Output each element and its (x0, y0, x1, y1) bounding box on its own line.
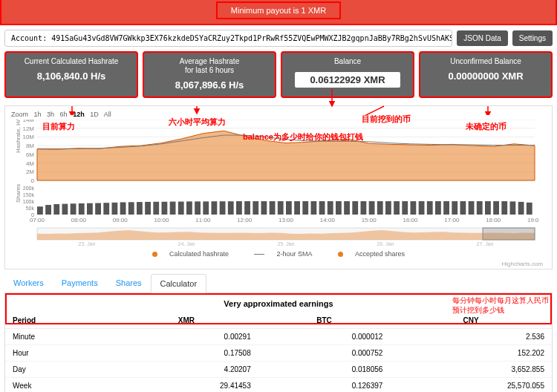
svg-text:50k: 50k (26, 206, 35, 211)
svg-text:12M: 12M (22, 125, 34, 132)
svg-rect-74 (469, 201, 475, 215)
zoom-3h[interactable]: 3h (47, 111, 54, 118)
svg-rect-40 (186, 201, 192, 215)
stat-unconfirmed: Unconfirmed Balance 0.00000000 XMR (419, 51, 553, 98)
hashrate-chart[interactable]: 02M4M6M8M10M12M14MHashrate, H/s050k100k1… (11, 120, 538, 246)
svg-rect-71 (443, 201, 449, 215)
svg-rect-30 (103, 203, 109, 215)
svg-rect-97 (483, 228, 535, 240)
svg-text:0: 0 (31, 177, 35, 184)
svg-text:27. Jan: 27. Jan (477, 241, 494, 246)
stats-row: Current Calculated Hashrate 8,106,840.0 … (0, 51, 557, 102)
svg-rect-28 (87, 203, 93, 215)
earnings-panel: 每分钟每小时每月这算人民币预计挖到多少钱 Very approximated e… (4, 293, 553, 392)
svg-rect-44 (220, 201, 226, 215)
svg-rect-29 (95, 203, 101, 215)
chart-panel: Zoom 1h 3h 6h 12h 1D All 02M4M6M8M10M12M… (4, 105, 553, 270)
svg-text:07:00: 07:00 (30, 217, 45, 223)
svg-rect-42 (203, 201, 209, 215)
svg-text:17:00: 17:00 (444, 217, 460, 223)
svg-rect-81 (527, 203, 532, 215)
svg-text:26. Jan: 26. Jan (377, 241, 394, 246)
svg-rect-41 (195, 201, 201, 215)
settings-button[interactable]: Settings (512, 30, 553, 46)
svg-text:200k: 200k (23, 186, 35, 191)
zoom-12h[interactable]: 12h (73, 111, 85, 118)
svg-rect-76 (485, 201, 491, 215)
stat-current-hashrate: Current Calculated Hashrate 8,106,840.0 … (4, 51, 138, 98)
svg-text:13:00: 13:00 (278, 217, 294, 223)
svg-rect-52 (286, 201, 292, 215)
svg-rect-43 (212, 201, 218, 215)
svg-text:Hashrate, H/s: Hashrate, H/s (15, 120, 22, 153)
svg-rect-58 (336, 201, 342, 215)
svg-text:11:00: 11:00 (195, 217, 211, 223)
svg-rect-69 (427, 201, 433, 215)
svg-rect-79 (510, 201, 516, 215)
svg-text:6M: 6M (26, 151, 34, 158)
svg-text:14M: 14M (22, 120, 34, 123)
json-data-button[interactable]: JSON Data (457, 30, 508, 46)
account-row: Account: 491SaGu43vGd8VW7GWkkp3EX76kzkde… (0, 25, 557, 51)
svg-text:10:00: 10:00 (154, 217, 169, 223)
tab-calculator[interactable]: Calculator (151, 274, 207, 293)
svg-rect-47 (244, 201, 250, 215)
svg-rect-78 (501, 201, 507, 215)
svg-rect-65 (394, 201, 400, 215)
svg-text:25. Jan: 25. Jan (278, 241, 295, 246)
svg-text:18:00: 18:00 (486, 217, 501, 223)
svg-rect-64 (385, 201, 391, 215)
svg-rect-23 (45, 205, 51, 215)
svg-rect-57 (328, 201, 333, 215)
svg-text:16:00: 16:00 (403, 217, 418, 223)
stat-balance: Balance 0.06122929 XMR (281, 51, 414, 98)
svg-rect-27 (79, 203, 85, 215)
tab-payments[interactable]: Payments (53, 274, 107, 293)
svg-text:10M: 10M (22, 134, 34, 140)
svg-text:150k: 150k (23, 192, 35, 197)
svg-rect-75 (477, 201, 483, 215)
svg-text:100k: 100k (23, 199, 35, 204)
zoom-all[interactable]: All (104, 111, 111, 118)
tab-workers[interactable]: Workers (4, 274, 53, 293)
svg-rect-33 (128, 202, 134, 215)
svg-rect-56 (319, 201, 325, 215)
svg-rect-37 (162, 202, 168, 215)
svg-text:8M: 8M (26, 143, 34, 149)
svg-rect-67 (411, 201, 417, 215)
chart-credit: Highcharts.com (11, 261, 546, 267)
svg-rect-35 (145, 202, 151, 215)
svg-rect-77 (493, 201, 499, 215)
svg-rect-63 (377, 201, 383, 215)
zoom-1h[interactable]: 1h (34, 111, 42, 118)
svg-rect-38 (170, 202, 176, 215)
svg-rect-53 (294, 201, 300, 215)
svg-rect-54 (302, 201, 308, 215)
table-row: Day4.202070.0180563,652.855 (5, 362, 552, 378)
svg-rect-68 (419, 201, 425, 215)
svg-rect-50 (270, 201, 276, 215)
zoom-1d[interactable]: 1D (90, 111, 99, 118)
tab-shares[interactable]: Shares (107, 274, 151, 293)
svg-rect-55 (311, 201, 317, 215)
account-address: Account: 491SaGu43vGd8VW7GWkkp3EX76kzkde… (4, 30, 452, 47)
svg-text:08:00: 08:00 (71, 217, 87, 223)
svg-rect-80 (518, 202, 524, 215)
svg-text:19:00: 19:00 (527, 217, 538, 223)
svg-rect-48 (253, 201, 258, 215)
svg-text:12:00: 12:00 (237, 217, 253, 223)
svg-rect-49 (261, 201, 267, 215)
zoom-controls: Zoom 1h 3h 6h 12h 1D All (11, 111, 546, 118)
svg-rect-45 (228, 201, 234, 215)
svg-text:15:00: 15:00 (362, 217, 377, 223)
svg-text:2M: 2M (26, 169, 34, 175)
svg-rect-61 (361, 201, 367, 215)
zoom-6h[interactable]: 6h (60, 111, 68, 118)
svg-rect-32 (120, 202, 126, 215)
anno-earnings: 每分钟每小时每月这算人民币预计挖到多少钱 (452, 295, 549, 315)
payout-banner-text: Minimum payout is 1 XMR (216, 1, 341, 19)
svg-rect-39 (178, 202, 184, 215)
svg-text:4M: 4M (26, 160, 34, 167)
svg-rect-22 (37, 206, 43, 215)
table-row: Minute0.002910.0000122.536 (5, 329, 552, 345)
